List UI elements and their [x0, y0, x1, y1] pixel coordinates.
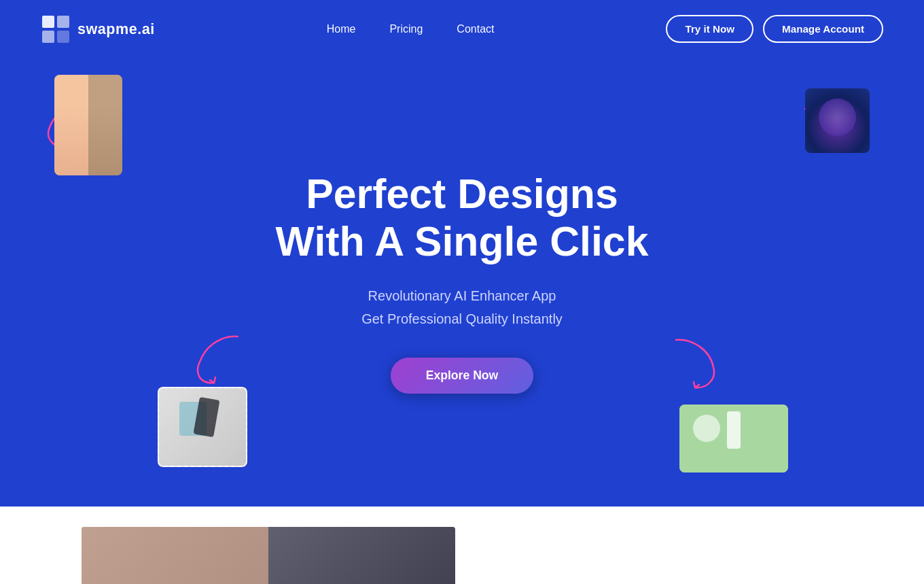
nav-pricing[interactable]: Pricing — [389, 23, 423, 35]
arrow-bottom-right — [656, 333, 730, 394]
svg-rect-1 — [57, 16, 69, 28]
nav-home[interactable]: Home — [327, 23, 356, 35]
arrow-bottom-left — [180, 330, 255, 388]
navbar: swapme.ai Home Pricing Contact Try it No… — [0, 0, 924, 58]
svg-rect-0 — [42, 16, 54, 28]
logo[interactable]: swapme.ai — [41, 14, 155, 44]
nav-contact[interactable]: Contact — [457, 23, 494, 35]
top-right-image — [805, 88, 870, 153]
bottom-right-image — [679, 405, 788, 473]
nav-buttons: Try it Now Manage Account — [666, 15, 883, 43]
logo-text: swapme.ai — [77, 20, 155, 38]
top-left-image — [54, 75, 122, 175]
nav-links: Home Pricing Contact — [327, 23, 495, 35]
manage-account-button[interactable]: Manage Account — [763, 15, 883, 43]
svg-rect-3 — [57, 31, 69, 43]
hero-title: Perfect Designs With A Single Click — [276, 171, 649, 266]
logo-icon — [41, 14, 71, 44]
explore-now-button[interactable]: Explore Now — [391, 358, 534, 394]
try-it-now-button[interactable]: Try it Now — [666, 15, 753, 43]
hero-subtitle: Revolutionary AI Enhancer App Get Profes… — [361, 284, 563, 330]
below-hero-section — [0, 506, 924, 584]
hero-section: Perfect Designs With A Single Click Revo… — [0, 0, 924, 506]
bottom-left-image — [158, 387, 247, 467]
svg-rect-2 — [42, 31, 54, 43]
below-portrait-split — [82, 527, 455, 584]
